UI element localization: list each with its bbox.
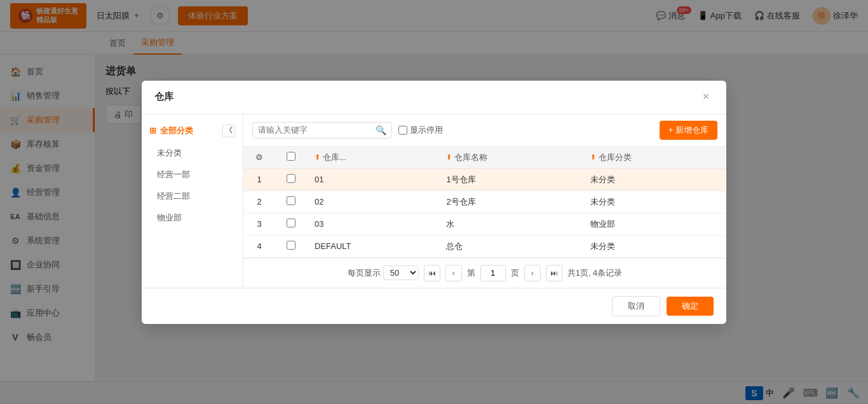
page-label: 第 xyxy=(467,267,475,279)
all-category-button[interactable]: ⊞ 全部分类 《 xyxy=(142,119,243,142)
modal-header: 仓库 × xyxy=(142,81,726,114)
row-checkbox[interactable] xyxy=(275,168,307,191)
show-disabled-label: 显示停用 xyxy=(410,125,443,136)
row-code: 02 xyxy=(307,191,438,213)
row-checkbox[interactable] xyxy=(275,235,307,257)
col-category: ⬆ 仓库分类 xyxy=(583,147,726,169)
first-page-button[interactable]: ⏮ xyxy=(424,265,440,281)
row-name: 1号仓库 xyxy=(438,168,582,191)
search-icon: 🔍 xyxy=(376,125,386,135)
show-disabled-checkbox[interactable] xyxy=(398,126,407,135)
per-page-label: 每页显示 xyxy=(348,267,381,279)
search-box: 🔍 xyxy=(252,122,392,138)
search-input[interactable] xyxy=(258,125,376,135)
cancel-button[interactable]: 取消 xyxy=(612,296,660,316)
row-num: 1 xyxy=(243,168,275,191)
select-all-checkbox[interactable] xyxy=(287,152,295,161)
next-page-button[interactable]: › xyxy=(524,265,541,281)
row-name: 水 xyxy=(438,213,582,235)
sort-cat-icon: ⬆ xyxy=(590,153,596,161)
page-suffix: 页 xyxy=(511,267,519,279)
page-size-selector: 每页显示 50 20 100 xyxy=(348,266,419,280)
col-code: ⬆ 仓库... xyxy=(307,147,438,169)
table-row[interactable]: 3 03 水 物业部 xyxy=(243,213,726,235)
prev-page-button[interactable]: ‹ xyxy=(445,265,462,281)
row-category: 物业部 xyxy=(583,213,726,235)
modal-overlay: 仓库 × ⊞ 全部分类 《 未分类 经营一部 经营二部 物业部 xyxy=(0,0,868,404)
per-page-select[interactable]: 50 20 100 xyxy=(383,266,419,280)
row-name: 2号仓库 xyxy=(438,191,582,213)
table-panel: 🔍 显示停用 + 新增仓库 ⚙ xyxy=(243,114,726,288)
all-category-label: 全部分类 xyxy=(160,125,193,137)
category-item-dept2[interactable]: 经营二部 xyxy=(142,185,243,207)
category-item-uncategorized[interactable]: 未分类 xyxy=(142,142,243,164)
sort-name-icon: ⬆ xyxy=(446,153,452,161)
row-category: 未分类 xyxy=(583,191,726,213)
modal-footer: 取消 确定 xyxy=(142,288,726,324)
table-toolbar: 🔍 显示停用 + 新增仓库 xyxy=(243,114,726,147)
row-num: 2 xyxy=(243,191,275,213)
row-num: 3 xyxy=(243,213,275,235)
row-category: 未分类 xyxy=(583,168,726,191)
row-name: 总仓 xyxy=(438,235,582,257)
warehouse-modal: 仓库 × ⊞ 全部分类 《 未分类 经营一部 经营二部 物业部 xyxy=(142,81,726,324)
pagination-bar: 每页显示 50 20 100 ⏮ ‹ 第 页 › ⏭ 共1页, 4条记录 xyxy=(243,258,726,288)
row-checkbox[interactable] xyxy=(275,213,307,235)
warehouse-table: ⚙ ⬆ 仓库... xyxy=(243,147,726,258)
confirm-button[interactable]: 确定 xyxy=(667,297,714,316)
table-row[interactable]: 1 01 1号仓库 未分类 xyxy=(243,168,726,191)
row-code: 03 xyxy=(307,213,438,235)
row-code: 01 xyxy=(307,168,438,191)
modal-body: ⊞ 全部分类 《 未分类 经营一部 经营二部 物业部 🔍 xyxy=(142,114,726,288)
page-number-input[interactable] xyxy=(480,265,506,281)
row-num: 4 xyxy=(243,235,275,257)
add-warehouse-button[interactable]: + 新增仓库 xyxy=(660,121,717,140)
row-category: 未分类 xyxy=(583,235,726,257)
modal-title: 仓库 xyxy=(154,91,173,103)
settings-col-icon: ⚙ xyxy=(255,152,263,162)
category-item-dept1[interactable]: 经营一部 xyxy=(142,164,243,185)
table-header-row: ⚙ ⬆ 仓库... xyxy=(243,147,726,169)
last-page-button[interactable]: ⏭ xyxy=(546,265,562,281)
table-row[interactable]: 2 02 2号仓库 未分类 xyxy=(243,191,726,213)
row-checkbox[interactable] xyxy=(275,191,307,213)
col-checkbox xyxy=(275,147,307,169)
grid-icon: ⊞ xyxy=(149,126,156,135)
collapse-button[interactable]: 《 xyxy=(222,125,235,137)
sort-icon: ⬆ xyxy=(315,153,320,161)
col-settings: ⚙ xyxy=(243,147,275,169)
category-panel: ⊞ 全部分类 《 未分类 经营一部 经营二部 物业部 xyxy=(142,114,243,288)
modal-close-button[interactable]: × xyxy=(698,90,714,105)
table-row[interactable]: 4 DEFAULT 总仓 未分类 xyxy=(243,235,726,257)
category-item-property[interactable]: 物业部 xyxy=(142,207,243,229)
row-code: DEFAULT xyxy=(307,235,438,257)
total-info: 共1页, 4条记录 xyxy=(567,267,623,279)
col-name: ⬆ 仓库名称 xyxy=(438,147,582,169)
show-disabled-toggle: 显示停用 xyxy=(398,125,443,136)
